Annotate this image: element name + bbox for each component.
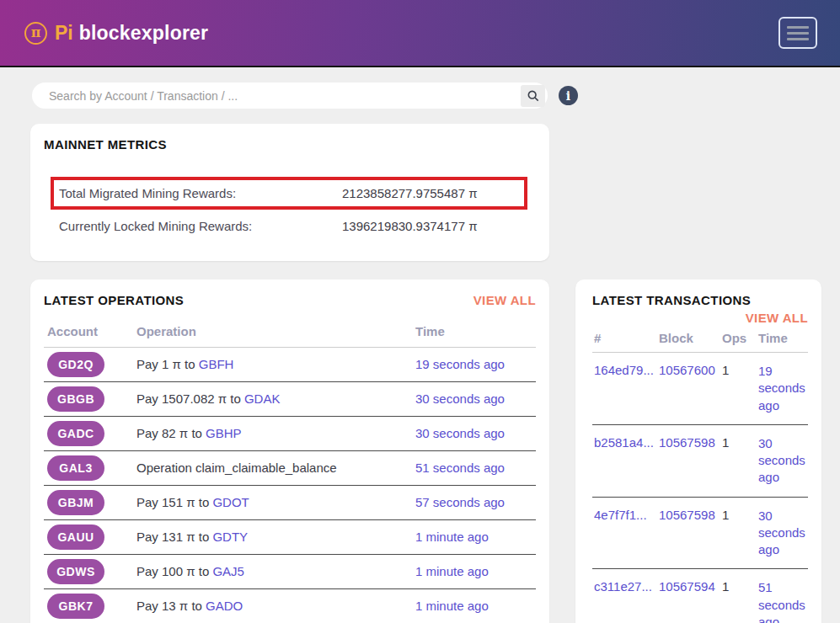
search-icon — [527, 89, 540, 103]
transaction-hash-link[interactable]: b2581a4... — [594, 435, 659, 450]
account-badge[interactable]: GADC — [47, 421, 104, 446]
operation-target-link[interactable]: GBFH — [199, 357, 234, 371]
hamburger-menu-button[interactable] — [778, 17, 817, 49]
brand-logo[interactable]: π Pi blockexplorer — [24, 22, 208, 45]
time-cell: 51 seconds ago — [415, 461, 536, 476]
time-cell: 1 minute ago — [415, 599, 536, 614]
account-cell: GDWS — [47, 559, 136, 584]
search-row: i — [32, 83, 578, 109]
operation-row: GBJMPay 151 π to GDOT57 seconds ago — [44, 486, 536, 520]
transaction-row: c311e27...10567594151 seconds ago — [592, 569, 808, 623]
account-cell: GD2Q — [47, 352, 136, 377]
transaction-hash-link[interactable]: 4e7f7f1... — [594, 508, 659, 522]
time-cell: 1 minute ago — [415, 530, 536, 545]
search-bar — [32, 83, 548, 109]
column-header-account: Account — [47, 324, 136, 338]
operation-target-link[interactable]: GDTY — [212, 530, 248, 544]
transaction-row: 164ed79...10567600119 seconds ago — [592, 353, 808, 425]
transaction-ops-count: 1 — [722, 508, 758, 522]
transaction-time-link[interactable]: 51 seconds ago — [758, 579, 808, 623]
metric-row-total-migrated highlight-annotation: Total Migrated Mining Rewards: 212385827… — [51, 177, 527, 210]
transactions-table-header: # Block Ops Time — [592, 326, 808, 353]
account-badge[interactable]: GD2Q — [47, 352, 104, 377]
transaction-time-link[interactable]: 19 seconds ago — [758, 363, 808, 414]
account-cell: GADC — [47, 421, 136, 446]
operation-time-link[interactable]: 1 minute ago — [415, 564, 489, 578]
transaction-block-link[interactable]: 10567598 — [659, 508, 722, 522]
operation-row: GAL3Operation claim_claimable_balance51 … — [44, 451, 536, 486]
operation-time-link[interactable]: 57 seconds ago — [415, 495, 505, 509]
operation-time-link[interactable]: 1 minute ago — [415, 530, 489, 544]
operations-table-header: Account Operation Time — [44, 319, 536, 348]
operation-time-link[interactable]: 30 seconds ago — [415, 391, 505, 406]
transaction-time-link[interactable]: 30 seconds ago — [758, 435, 808, 487]
operation-time-link[interactable]: 1 minute ago — [415, 599, 489, 613]
transactions-view-all-link[interactable]: VIEW ALL — [746, 311, 808, 325]
operation-row: GAUUPay 131 π to GDTY1 minute ago — [44, 520, 536, 555]
operation-text: Pay 1507.082 π to — [136, 391, 244, 406]
transaction-ops-count: 1 — [722, 363, 758, 377]
operation-target-link[interactable]: GADO — [206, 599, 243, 613]
info-button[interactable]: i — [559, 86, 578, 105]
metric-label: Total Migrated Mining Rewards: — [59, 186, 342, 200]
hamburger-menu-icon — [787, 26, 809, 29]
transaction-ops-count: 1 — [722, 435, 758, 450]
column-header-block: Block — [659, 331, 722, 345]
metric-value: 2123858277.9755487 π — [342, 186, 478, 200]
header: π Pi blockexplorer — [0, 0, 840, 67]
account-badge[interactable]: GAL3 — [47, 455, 104, 481]
account-badge[interactable]: GBGB — [47, 386, 104, 412]
operation-cell: Pay 151 π to GDOT — [136, 495, 415, 510]
transaction-hash-link[interactable]: c311e27... — [594, 579, 659, 594]
account-badge[interactable]: GAUU — [47, 524, 104, 550]
operation-target-link[interactable]: GDAK — [244, 391, 281, 406]
time-cell: 30 seconds ago — [415, 426, 536, 441]
operation-time-link[interactable]: 51 seconds ago — [415, 461, 505, 475]
operation-target-link[interactable]: GBHP — [206, 426, 242, 440]
operation-text: Pay 100 π to — [136, 564, 212, 578]
operation-target-link[interactable]: GAJ5 — [212, 564, 244, 578]
operations-table-body: GD2QPay 1 π to GBFH19 seconds agoGBGBPay… — [44, 348, 536, 623]
operation-text: Pay 1 π to — [136, 357, 199, 371]
operation-row: GDWSPay 100 π to GAJ51 minute ago — [44, 555, 536, 589]
latest-operations-header: LATEST OPERATIONS VIEW ALL — [44, 293, 536, 307]
account-cell: GBK7 — [47, 594, 136, 619]
latest-operations-card: LATEST OPERATIONS VIEW ALL Account Opera… — [30, 280, 549, 623]
transactions-table-body: 164ed79...10567600119 seconds agob2581a4… — [592, 353, 808, 623]
brand-name-text: blockexplorer — [79, 22, 208, 45]
latest-transactions-title: LATEST TRANSACTIONS — [592, 293, 808, 307]
column-header-time: Time — [415, 324, 536, 338]
operation-cell: Pay 100 π to GAJ5 — [136, 564, 415, 579]
operation-text: Pay 151 π to — [136, 495, 212, 509]
operations-view-all-link[interactable]: VIEW ALL — [474, 293, 536, 307]
operation-text: Pay 82 π to — [136, 426, 206, 440]
account-badge[interactable]: GDWS — [47, 559, 104, 584]
column-header-hash: # — [594, 331, 659, 345]
operation-time-link[interactable]: 30 seconds ago — [415, 426, 505, 440]
transaction-block-link[interactable]: 10567594 — [659, 579, 722, 594]
operation-time-link[interactable]: 19 seconds ago — [415, 357, 505, 371]
operation-cell: Pay 131 π to GDTY — [136, 530, 415, 545]
time-cell: 57 seconds ago — [415, 495, 536, 510]
metric-row-currently-locked: Currently Locked Mining Rewards: 1396219… — [51, 210, 527, 242]
transaction-time-link[interactable]: 30 seconds ago — [758, 508, 808, 559]
transaction-hash-link[interactable]: 164ed79... — [594, 363, 659, 377]
account-cell: GBJM — [47, 490, 136, 515]
operation-target-link[interactable]: GDOT — [212, 495, 249, 509]
account-badge[interactable]: GBJM — [47, 490, 104, 515]
time-cell: 19 seconds ago — [415, 357, 536, 372]
transaction-block-link[interactable]: 10567600 — [659, 363, 722, 377]
search-button[interactable] — [521, 85, 545, 107]
transaction-block-link[interactable]: 10567598 — [659, 435, 722, 450]
operation-row: GADCPay 82 π to GBHP30 seconds ago — [44, 417, 536, 451]
account-badge[interactable]: GBK7 — [47, 594, 104, 619]
operation-text: Operation claim_claimable_balance — [136, 461, 337, 475]
pi-glyph: π — [31, 26, 41, 40]
time-cell: 30 seconds ago — [415, 391, 536, 407]
account-cell: GAL3 — [47, 455, 136, 481]
pi-circle-icon: π — [24, 22, 47, 45]
search-input[interactable] — [47, 88, 521, 104]
transaction-row: 4e7f7f1...10567598130 seconds ago — [592, 498, 808, 570]
mainnet-metrics-card: MAINNET METRICS Total Migrated Mining Re… — [30, 124, 549, 261]
operation-text: Pay 13 π to — [136, 599, 206, 613]
